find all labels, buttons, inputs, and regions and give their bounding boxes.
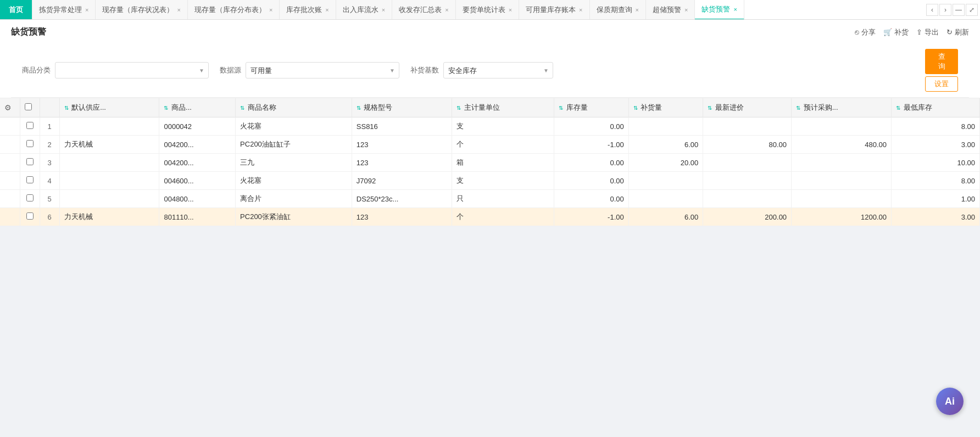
col-replenish-qty-label: 补货量 xyxy=(641,103,662,111)
cell-estimated-purchase xyxy=(792,172,892,190)
close-icon[interactable]: × xyxy=(269,7,272,13)
replenish-button[interactable]: 🛒 补货 xyxy=(883,27,909,37)
close-icon[interactable]: × xyxy=(85,7,88,13)
filter-category-select[interactable] xyxy=(55,62,209,79)
cell-min-inventory: 1.00 xyxy=(892,190,980,208)
tab-prev-button[interactable]: ‹ xyxy=(926,4,938,16)
page-title: 缺货预警 xyxy=(11,26,46,38)
tab-next-button[interactable]: › xyxy=(939,4,951,16)
cell-product-name: PC200张紧油缸 xyxy=(236,208,352,226)
col-product-name[interactable]: ⇅ 商品名称 xyxy=(236,98,352,117)
share-button[interactable]: ⎋ 分享 xyxy=(855,27,876,37)
row-checkbox[interactable] xyxy=(26,176,34,183)
cell-checkbox[interactable] xyxy=(20,117,40,136)
col-supplier[interactable]: ⇅ 默认供应... xyxy=(59,98,159,117)
cell-unit: 箱 xyxy=(452,154,554,172)
col-latest-price[interactable]: ⇅ 最新进价 xyxy=(703,98,792,117)
page-header: 缺货预警 ⎋ 分享 🛒 补货 ⇪ 导出 ↻ 刷新 商品分类 xyxy=(0,20,980,98)
col-spec[interactable]: ⇅ 规格型号 xyxy=(352,98,452,117)
sort-icon: ⇅ xyxy=(240,105,244,111)
query-button[interactable]: 查询 xyxy=(925,49,958,74)
cell-seq: 4 xyxy=(40,172,59,190)
tab-in-out-flow[interactable]: 出入库流水 × xyxy=(336,0,392,20)
col-unit[interactable]: ⇅ 主计量单位 xyxy=(452,98,554,117)
column-settings-button[interactable]: ⚙ xyxy=(4,103,12,112)
cell-inventory: -1.00 xyxy=(554,208,629,226)
close-icon[interactable]: × xyxy=(509,7,512,13)
table-row: 3 004200... 三九 123 箱 0.00 20.00 10.00 xyxy=(0,154,980,172)
select-all-checkbox[interactable] xyxy=(25,103,32,110)
cell-inventory: 0.00 xyxy=(554,117,629,136)
cell-unit: 只 xyxy=(452,190,554,208)
tab-label: 出入库流水 xyxy=(343,5,378,15)
filter-actions: 查询 设置 xyxy=(925,49,958,92)
row-checkbox[interactable] xyxy=(26,212,34,220)
row-checkbox[interactable] xyxy=(26,158,34,165)
tab-minimize-button[interactable]: — xyxy=(953,4,965,16)
filter-replenish-base-select[interactable]: 安全库存 xyxy=(443,62,553,79)
cell-inventory: 0.00 xyxy=(554,190,629,208)
filter-datasource-wrapper: 可用量 xyxy=(246,62,399,79)
share-icon: ⎋ xyxy=(855,28,859,36)
tab-label: 现存量（库存分布表） xyxy=(194,5,266,15)
tab-batch-account[interactable]: 库存批次账 × xyxy=(280,0,336,20)
cell-gear xyxy=(0,208,20,226)
cell-replenish-qty: 6.00 xyxy=(628,136,703,154)
cell-inventory: 0.00 xyxy=(554,172,629,190)
tab-overstock-warn[interactable]: 超储预警 × xyxy=(646,0,695,20)
col-min-inventory-label: 最低库存 xyxy=(904,103,932,111)
cell-min-inventory: 3.00 xyxy=(892,208,980,226)
col-inventory[interactable]: ⇅ 库存量 xyxy=(554,98,629,117)
cell-seq: 3 xyxy=(40,154,59,172)
close-icon[interactable]: × xyxy=(445,7,448,13)
col-replenish-qty[interactable]: ⇅ 补货量 xyxy=(628,98,703,117)
cell-checkbox[interactable] xyxy=(20,154,40,172)
filter-datasource-label: 数据源 xyxy=(220,65,241,75)
close-icon[interactable]: × xyxy=(382,7,385,13)
col-estimated-purchase[interactable]: ⇅ 预计采购... xyxy=(792,98,892,117)
col-min-inventory[interactable]: ⇅ 最低库存 xyxy=(892,98,980,117)
cell-product-name: PC200油缸缸子 xyxy=(236,136,352,154)
cell-checkbox[interactable] xyxy=(20,190,40,208)
cell-latest-price xyxy=(703,172,792,190)
cell-unit: 个 xyxy=(452,136,554,154)
tab-home[interactable]: 首页 xyxy=(0,0,32,20)
filter-replenish-base-label: 补货基数 xyxy=(410,65,439,75)
close-icon[interactable]: × xyxy=(636,7,639,13)
tab-maximize-button[interactable]: ⤢ xyxy=(966,4,978,16)
cell-gear xyxy=(0,117,20,136)
cell-estimated-purchase xyxy=(792,154,892,172)
filter-datasource-select[interactable]: 可用量 xyxy=(246,62,399,79)
row-checkbox[interactable] xyxy=(26,194,34,201)
cell-checkbox[interactable] xyxy=(20,136,40,154)
refresh-button[interactable]: ↻ 刷新 xyxy=(946,27,969,37)
cell-unit: 支 xyxy=(452,117,554,136)
col-supplier-label: 默认供应... xyxy=(71,103,106,111)
row-checkbox[interactable] xyxy=(26,122,34,129)
close-icon[interactable]: × xyxy=(684,7,688,13)
cell-replenish-qty xyxy=(628,117,703,136)
tab-receipt-summary[interactable]: 收发存汇总表 × xyxy=(392,0,455,20)
settings-button[interactable]: 设置 xyxy=(925,76,958,92)
tab-label: 现存量（库存状况表） xyxy=(102,5,174,15)
cell-checkbox[interactable] xyxy=(20,208,40,226)
tab-defect-handling[interactable]: 拣货异常处理 × xyxy=(32,0,96,20)
sort-icon: ⇅ xyxy=(164,105,168,111)
cell-replenish-qty xyxy=(628,172,703,190)
close-icon[interactable]: × xyxy=(177,7,180,13)
tab-available-ledger[interactable]: 可用量库存账本 × xyxy=(519,0,589,20)
close-icon[interactable]: × xyxy=(733,6,737,13)
filter-replenish-base-group: 补货基数 安全库存 xyxy=(410,62,553,79)
tab-demand-stats[interactable]: 要货单统计表 × xyxy=(456,0,519,20)
row-checkbox[interactable] xyxy=(26,140,34,147)
close-icon[interactable]: × xyxy=(579,7,582,13)
cell-checkbox[interactable] xyxy=(20,172,40,190)
tab-inventory-dist[interactable]: 现存量（库存分布表） × xyxy=(188,0,280,20)
col-product-code[interactable]: ⇅ 商品... xyxy=(159,98,236,117)
filter-datasource-group: 数据源 可用量 xyxy=(220,62,399,79)
tab-inventory-status[interactable]: 现存量（库存状况表） × xyxy=(96,0,187,20)
tab-expiry-query[interactable]: 保质期查询 × xyxy=(590,0,646,20)
tab-shortage-warn[interactable]: 缺货预警 × xyxy=(695,0,744,20)
close-icon[interactable]: × xyxy=(325,7,328,13)
export-button[interactable]: ⇪ 导出 xyxy=(916,27,939,37)
